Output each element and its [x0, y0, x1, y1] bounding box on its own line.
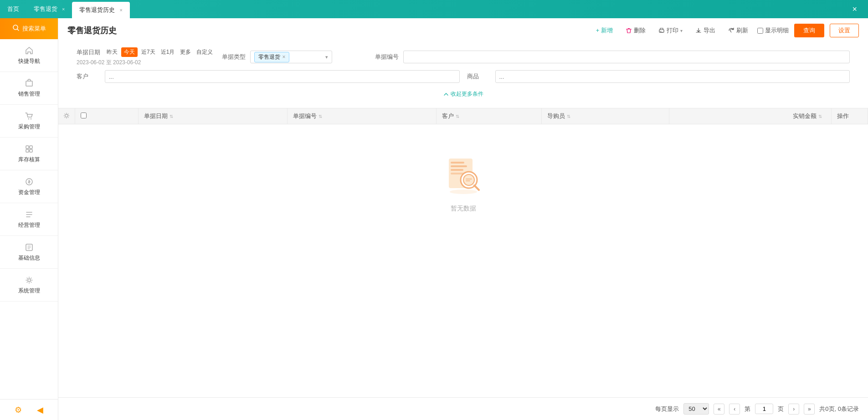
svg-point-11: [28, 279, 31, 282]
page-last-button[interactable]: »: [804, 404, 815, 415]
page-first-button[interactable]: «: [714, 404, 724, 415]
number-filter-label: 单据编号: [375, 53, 401, 61]
collapse-button[interactable]: 收起更多条件: [438, 88, 489, 100]
sidebar-item-finance[interactable]: 资金管理: [0, 170, 58, 203]
number-filter-item: 单据编号: [375, 51, 850, 63]
tab-retail-return-history-close[interactable]: ×: [119, 7, 122, 13]
sidebar-item-sales[interactable]: 销售管理: [0, 72, 58, 105]
tab-retail-return[interactable]: 零售退货 ×: [26, 0, 72, 18]
collapse-icon: [443, 92, 449, 97]
operation-icon: [24, 210, 34, 220]
guide-sort-icon: ⇅: [567, 114, 570, 119]
show-detail-checkbox[interactable]: [757, 28, 763, 34]
sidebar-item-operation[interactable]: 经营管理: [0, 203, 58, 236]
svg-rect-12: [659, 30, 664, 32]
table-header-amount[interactable]: 实销金额 ⇅: [669, 108, 831, 124]
date-filter-item: 单据日期 昨天 今天 近7天 近1月 更多 自定义 2023-06-02 至 2…: [77, 47, 215, 67]
table-header-customer[interactable]: 客户 ⇅: [437, 108, 542, 124]
table-container: 单据日期 ⇅ 单据编号 ⇅ 客户: [58, 108, 868, 397]
date-btn-custom[interactable]: 自定义: [195, 47, 215, 57]
goods-filter-input[interactable]: [495, 70, 850, 83]
type-tag: 零售退货 ×: [254, 52, 289, 62]
page-label: 第: [745, 405, 750, 413]
sidebar-item-quick-nav[interactable]: 快捷导航: [0, 39, 58, 72]
sidebar-item-sales-label: 销售管理: [18, 90, 40, 98]
customer-filter-input[interactable]: [105, 70, 460, 83]
svg-point-13: [65, 114, 68, 117]
show-detail-checkbox-label[interactable]: 显示明细: [757, 26, 789, 35]
tab-retail-return-history[interactable]: 零售退货历史 ×: [72, 2, 129, 18]
date-btn-today[interactable]: 今天: [121, 47, 138, 57]
table-header-setting[interactable]: [58, 108, 75, 124]
sidebar-item-finance-label: 资金管理: [18, 189, 40, 196]
goods-filter-label: 商品: [467, 72, 493, 81]
page-prev-button[interactable]: ‹: [729, 404, 740, 415]
type-filter-label: 单据类型: [222, 53, 247, 61]
page-unit: 页: [778, 405, 784, 413]
date-btn-more[interactable]: 更多: [178, 47, 193, 57]
sidebar-search-label: 搜索菜单: [22, 25, 46, 33]
volume-bottom-icon[interactable]: ◀: [37, 405, 43, 415]
table-header-number[interactable]: 单据编号 ⇅: [288, 108, 437, 124]
empty-state: 暂无数据: [58, 124, 868, 240]
home-icon: [24, 46, 34, 56]
type-selector-chevron-icon: ▾: [325, 54, 328, 60]
type-selector[interactable]: 零售退货 × ▾: [250, 51, 332, 63]
amount-sort-icon: ⇅: [818, 114, 822, 119]
table-header-checkbox[interactable]: [75, 108, 139, 124]
sidebar-item-basic-info-label: 基础信息: [18, 254, 40, 262]
filter-area: 单据日期 昨天 今天 近7天 近1月 更多 自定义 2023-06-02 至 2…: [67, 43, 859, 108]
settings-bottom-icon[interactable]: ⚙: [15, 405, 22, 415]
top-bar-right: ×: [848, 5, 868, 14]
refresh-button[interactable]: 刷新: [724, 25, 752, 36]
date-filter-label: 单据日期: [77, 48, 102, 56]
svg-rect-8: [30, 149, 32, 152]
date-range-text: 2023-06-02 至 2023-06-02: [77, 59, 141, 67]
page-number-input[interactable]: [755, 404, 773, 414]
svg-point-14: [450, 190, 477, 194]
date-btn-1month[interactable]: 近1月: [159, 47, 177, 57]
toolbar: + 新增 删除 打印 ▾: [592, 24, 859, 37]
sidebar-item-basic-info[interactable]: 基础信息: [0, 236, 58, 269]
print-button[interactable]: 打印 ▾: [655, 25, 686, 36]
customer-sort-icon: ⇅: [456, 114, 459, 119]
tab-retail-return-close[interactable]: ×: [62, 6, 65, 12]
svg-rect-18: [451, 169, 463, 171]
date-btn-7days[interactable]: 近7天: [139, 47, 157, 57]
tab-home[interactable]: 首页: [0, 0, 26, 18]
page-next-button[interactable]: ›: [788, 404, 799, 415]
empty-text: 暂无数据: [451, 205, 476, 213]
date-btn-yesterday[interactable]: 昨天: [105, 47, 119, 57]
page-size-select[interactable]: 50 10 20 100: [683, 403, 709, 415]
type-tag-close[interactable]: ×: [282, 54, 285, 60]
svg-rect-16: [451, 162, 464, 164]
page-title: 零售退货历史: [67, 25, 117, 36]
delete-button[interactable]: 删除: [622, 25, 649, 36]
type-filter-item: 单据类型 零售退货 × ▾: [222, 51, 368, 63]
table-setting-icon: [63, 112, 70, 119]
sidebar-item-inventory[interactable]: 库存核算: [0, 138, 58, 170]
number-sort-icon: ⇅: [318, 114, 322, 119]
export-button[interactable]: 导出: [692, 25, 719, 36]
print-dropdown-icon[interactable]: ▾: [680, 28, 683, 33]
number-filter-input[interactable]: [403, 51, 850, 63]
sidebar-item-quick-nav-label: 快捷导航: [18, 57, 40, 65]
page-header: 零售退货历史 + 新增 删除 打印: [58, 18, 868, 108]
table-header-guide[interactable]: 导购员 ⇅: [542, 108, 669, 124]
window-close-button[interactable]: ×: [848, 5, 861, 14]
query-button[interactable]: 查询: [794, 24, 824, 37]
sidebar-item-operation-label: 经营管理: [18, 221, 40, 229]
sidebar-item-system[interactable]: 系统管理: [0, 269, 58, 302]
new-button[interactable]: + 新增: [592, 25, 616, 36]
top-bar: 首页 零售退货 × 零售退货历史 × ×: [0, 0, 868, 18]
table-header-date[interactable]: 单据日期 ⇅: [139, 108, 288, 124]
sidebar-search[interactable]: 搜索菜单: [0, 18, 58, 39]
svg-line-1: [17, 29, 19, 31]
delete-icon: [626, 27, 632, 34]
empty-icon: [441, 152, 486, 197]
select-all-checkbox[interactable]: [81, 113, 87, 118]
settings-button[interactable]: 设置: [830, 24, 859, 37]
sidebar-item-inventory-label: 库存核算: [18, 156, 40, 164]
sidebar-item-purchase[interactable]: 采购管理: [0, 105, 58, 138]
svg-point-21: [463, 174, 474, 185]
